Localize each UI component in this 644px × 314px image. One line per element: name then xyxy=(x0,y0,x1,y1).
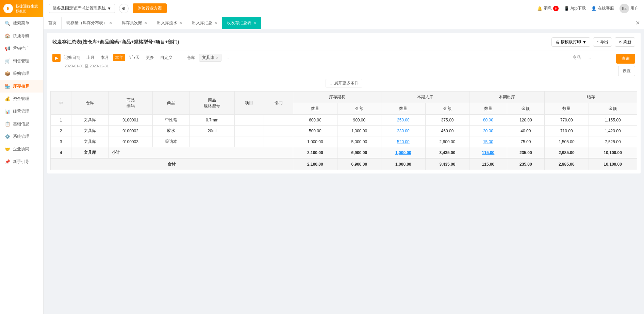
tab-close-batch[interactable]: ✕ xyxy=(144,21,147,25)
sidebar-item-finance[interactable]: 💰 资金管理 xyxy=(0,93,43,105)
row2-code: 0100002 xyxy=(109,126,153,136)
row2-department xyxy=(264,126,293,136)
cart-icon: 🛒 xyxy=(5,59,10,64)
row3-spec xyxy=(189,136,234,147)
date-btn-last-month[interactable]: 上月 xyxy=(84,54,97,61)
home-icon: 🏠 xyxy=(5,33,10,39)
goods-code-header: 商品编码 xyxy=(109,92,153,115)
subtotal-row: 4 文具库 小计 2,100.00 6,900.00 1,000.00 3,43… xyxy=(51,147,637,159)
settings-button[interactable]: ⚙ xyxy=(119,4,129,13)
row1-in-qty[interactable]: 250.00 xyxy=(381,115,426,126)
total-in-amt: 3,435.00 xyxy=(425,158,469,170)
subtotal-in-qty[interactable]: 1,000.00 xyxy=(381,147,426,159)
table-settings-header[interactable]: ⚙ xyxy=(51,92,71,115)
row1-out-amt: 120.00 xyxy=(507,115,544,126)
export-icon: ↑ xyxy=(597,40,599,45)
date-btn-7days[interactable]: 近7天 xyxy=(127,54,142,61)
tab-home[interactable]: 首页 xyxy=(44,17,62,29)
data-table-wrapper: ⚙ 仓库 商品编码 商品 商品规格型号 项目 部门 库存期初 本期入库 本期出库… xyxy=(47,91,641,173)
chevron-down-icon: ▼ xyxy=(107,6,111,11)
subtotal-label: 小计 xyxy=(109,147,293,159)
row3-warehouse: 文具库 xyxy=(71,136,109,147)
row2-out-qty[interactable]: 20.00 xyxy=(469,126,507,136)
sidebar-item-quicknav[interactable]: 🏠 快捷导航 xyxy=(0,30,43,42)
goods-more[interactable]: ... xyxy=(588,55,591,60)
goods-filter-label: 商品 xyxy=(573,55,581,61)
row1-spec: 0.7mm xyxy=(189,115,234,126)
tab-close-inout-flow[interactable]: ✕ xyxy=(179,21,182,25)
query-button[interactable]: 查询 xyxy=(616,54,635,64)
in-amt-header: 金额 xyxy=(425,103,469,115)
tab-close-stock-dist[interactable]: ✕ xyxy=(109,21,112,25)
sidebar-item-sales[interactable]: 🛒 销售管理 xyxy=(0,55,43,67)
message-button[interactable]: 🔔 消息 6 xyxy=(537,5,559,11)
row1-out-qty[interactable]: 80.00 xyxy=(469,115,507,126)
user-menu-button[interactable]: Ea 用户 xyxy=(620,4,639,13)
expand-conditions-button[interactable]: ⌄ 展开更多条件 xyxy=(326,79,362,87)
row3-in-qty[interactable]: 520.00 xyxy=(381,136,426,147)
row1-warehouse: 文具库 xyxy=(71,115,109,126)
subtotal-out-amt: 235.00 xyxy=(507,147,544,159)
tab-batch[interactable]: 库存批次账 ✕ xyxy=(117,17,152,29)
tab-inout-flow[interactable]: 出入库流水 ✕ xyxy=(152,17,187,29)
tab-close-inout-summary[interactable]: ✕ xyxy=(214,21,217,25)
print-button[interactable]: 🖨 按模板打印 ▼ xyxy=(551,37,590,47)
total-balance-amt: 10,100.00 xyxy=(589,158,637,170)
row3-no: 3 xyxy=(51,136,71,147)
tabbar: 首页 现存量（库存分布表） ✕ 库存批次账 ✕ 出入库流水 ✕ 出入库汇总 ✕ … xyxy=(44,17,644,29)
sidebar-item-guide[interactable]: 📌 新手引导 xyxy=(0,155,43,168)
gear-icon: ⚙ xyxy=(122,6,126,11)
project-header: 项目 xyxy=(234,92,264,115)
filter-bar: ▶ 记账日期 上月 本月 本年 近7天 更多 自定义 仓库 xyxy=(47,50,641,91)
date-range-display: 2023-01-01 至 2023-12-31 xyxy=(65,64,591,69)
row3-project xyxy=(234,136,264,147)
warehouse-filter-label: 仓库 xyxy=(187,55,195,61)
opening-header: 库存期初 xyxy=(293,92,381,103)
date-btn-this-month[interactable]: 本月 xyxy=(99,54,111,61)
tabbar-close-all[interactable]: ✕ xyxy=(631,20,644,26)
tab-recv-send[interactable]: 收发存汇总表 ✕ xyxy=(222,17,261,29)
avatar: Ea xyxy=(620,4,629,13)
chart-icon: 📊 xyxy=(5,109,10,114)
row2-balance-amt: 1,420.00 xyxy=(589,126,637,136)
sidebar-item-enterprise[interactable]: 🤝 企业协同 xyxy=(0,143,43,155)
warehouse-tag-close[interactable]: ✕ xyxy=(216,56,218,60)
online-service-button[interactable]: 👤 在线客服 xyxy=(591,5,614,11)
sidebar-item-basic[interactable]: 📋 基础信息 xyxy=(0,118,43,130)
sidebar-item-marketing[interactable]: 📢 营销推广 xyxy=(0,42,43,55)
refresh-button[interactable]: ↺ 刷新 xyxy=(615,37,635,47)
tab-stock-dist[interactable]: 现存量（库存分布表） ✕ xyxy=(62,17,117,29)
row2-in-qty[interactable]: 230.00 xyxy=(381,126,426,136)
tab-close-recv-send[interactable]: ✕ xyxy=(253,21,256,25)
total-opening-qty: 2,100.00 xyxy=(293,158,337,170)
topbar: 装备及固定资产辅助管理系统 ▼ ⚙ 体验行业方案 🔔 消息 6 📱 App下载 … xyxy=(44,0,644,17)
date-btn-this-year[interactable]: 本年 xyxy=(113,54,125,61)
sidebar-item-search[interactable]: 🔍 搜索菜单 xyxy=(0,17,43,30)
row3-opening-amt: 5,000.00 xyxy=(337,136,381,147)
row3-out-qty[interactable]: 15.00 xyxy=(469,136,507,147)
date-btn-more[interactable]: 更多 xyxy=(144,54,156,61)
out-qty-header: 数量 xyxy=(469,103,507,115)
service-icon: 👤 xyxy=(591,6,596,11)
subtotal-warehouse: 文具库 xyxy=(71,147,109,159)
sidebar-item-system[interactable]: ⚙️ 系统管理 xyxy=(0,130,43,143)
date-btn-custom[interactable]: 自定义 xyxy=(158,54,175,61)
app-download-button[interactable]: 📱 App下载 xyxy=(564,5,586,11)
system-select[interactable]: 装备及固定资产辅助管理系统 ▼ xyxy=(49,4,115,13)
total-out-amt: 235.00 xyxy=(507,158,544,170)
sidebar-item-operations[interactable]: 📊 经营管理 xyxy=(0,105,43,118)
experience-button[interactable]: 体验行业方案 xyxy=(133,3,167,13)
in-header: 本期入库 xyxy=(381,92,469,103)
warehouse-header: 仓库 xyxy=(71,92,109,115)
row1-opening-amt: 900.00 xyxy=(337,115,381,126)
filter-collapse-button[interactable]: ▶ xyxy=(52,54,61,62)
sidebar-item-purchase[interactable]: 📦 采购管理 xyxy=(0,67,43,80)
warehouse-more[interactable]: ... xyxy=(226,55,229,60)
filter-settings-button[interactable]: 设置 xyxy=(618,66,635,76)
row2-name: 胶水 xyxy=(152,126,189,136)
subtotal-out-qty[interactable]: 115.00 xyxy=(469,147,507,159)
balance-qty-header: 数量 xyxy=(545,103,589,115)
sidebar-item-inventory[interactable]: 🏪 库存核算 xyxy=(0,80,43,93)
export-button[interactable]: ↑ 导出 xyxy=(593,37,612,47)
tab-inout-summary[interactable]: 出入库汇总 ✕ xyxy=(187,17,222,29)
